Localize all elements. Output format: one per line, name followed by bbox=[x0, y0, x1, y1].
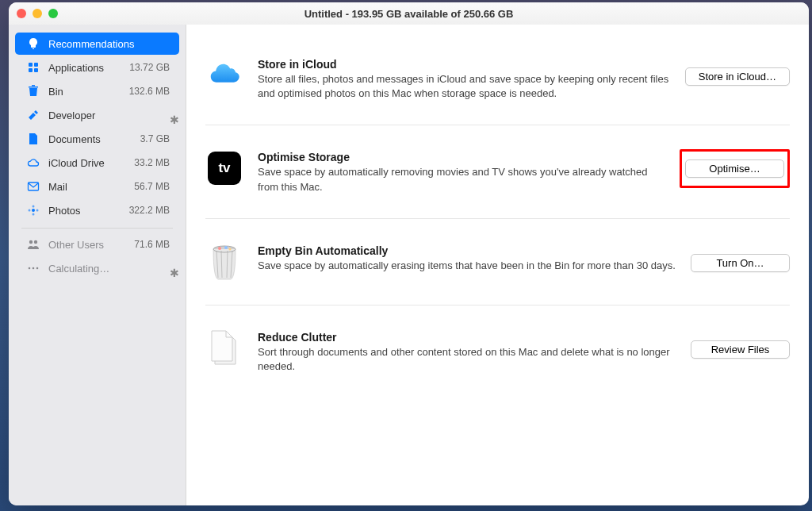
svg-rect-0 bbox=[29, 63, 33, 67]
app-icon bbox=[25, 61, 42, 74]
svg-point-9 bbox=[36, 209, 39, 212]
recommendation-empty-bin: Empty Bin Automatically Save space by au… bbox=[205, 219, 790, 305]
document-icon bbox=[25, 133, 42, 145]
sidebar-item-value: 132.6 MB bbox=[129, 86, 170, 97]
review-files-button[interactable]: Review Files bbox=[691, 340, 790, 359]
minimize-button[interactable] bbox=[33, 9, 42, 18]
recommendation-action: Turn On… bbox=[691, 243, 790, 272]
recommendation-action: Review Files bbox=[691, 329, 790, 359]
sidebar-item-photos[interactable]: Photos 322.2 MB bbox=[15, 199, 179, 221]
recommendation-store-in-icloud: Store in iCloud Store all files, photos … bbox=[205, 33, 790, 125]
sidebar-item-label: iCloud Drive bbox=[48, 157, 134, 169]
bin-full-icon bbox=[205, 243, 243, 281]
sidebar-item-bin[interactable]: Bin 132.6 MB bbox=[15, 80, 179, 102]
recommendation-optimise-storage: tv Optimise Storage Save space by automa… bbox=[205, 125, 790, 218]
svg-rect-1 bbox=[34, 63, 38, 67]
photos-icon bbox=[25, 204, 42, 217]
svg-point-6 bbox=[33, 206, 35, 208]
svg-point-8 bbox=[29, 209, 31, 212]
sidebar-item-value: 56.7 MB bbox=[134, 181, 170, 192]
lightbulb-icon bbox=[25, 37, 42, 50]
documents-icon bbox=[205, 329, 243, 367]
optimise-button[interactable]: Optimise… bbox=[685, 159, 784, 178]
svg-point-11 bbox=[34, 240, 37, 244]
window-title: Untitled - 193.95 GB available of 250.66… bbox=[9, 8, 809, 20]
sidebar-item-label: Recommendations bbox=[48, 38, 170, 50]
svg-point-17 bbox=[218, 247, 221, 250]
sidebar-item-label: Documents bbox=[48, 133, 140, 145]
recommendation-text: Store in iCloud Store all files, photos … bbox=[258, 56, 671, 101]
titlebar: Untitled - 193.95 GB available of 250.66… bbox=[9, 2, 809, 25]
maximize-button[interactable] bbox=[48, 9, 58, 18]
main-content: Store in iCloud Store all files, photos … bbox=[186, 25, 809, 505]
sidebar-item-mail[interactable]: Mail 56.7 MB bbox=[15, 175, 179, 198]
window-body: Recommendations Applications 13.72 GB Bi… bbox=[9, 25, 809, 505]
svg-point-5 bbox=[32, 209, 35, 212]
sidebar-item-recommendations[interactable]: Recommendations bbox=[15, 33, 179, 55]
recommendation-title: Store in iCloud bbox=[258, 58, 671, 71]
traffic-lights bbox=[17, 9, 58, 18]
svg-rect-2 bbox=[29, 68, 33, 72]
recommendation-text: Empty Bin Automatically Save space by au… bbox=[258, 243, 676, 273]
recommendation-text: Optimise Storage Save space by automatic… bbox=[258, 149, 665, 194]
sidebar-item-value: 13.72 GB bbox=[129, 62, 170, 73]
recommendation-desc: Save space by automatically erasing item… bbox=[258, 259, 676, 273]
svg-point-12 bbox=[29, 267, 31, 270]
recommendation-reduce-clutter: Reduce Clutter Sort through documents an… bbox=[205, 305, 790, 398]
sidebar-item-applications[interactable]: Applications 13.72 GB bbox=[15, 56, 179, 79]
sidebar-item-label: Photos bbox=[48, 205, 129, 217]
sidebar-separator bbox=[21, 228, 173, 229]
svg-point-18 bbox=[224, 246, 228, 249]
svg-point-14 bbox=[36, 267, 39, 270]
sidebar-item-icloud-drive[interactable]: iCloud Drive 33.2 MB bbox=[15, 152, 179, 174]
recommendation-desc: Store all files, photos and messages in … bbox=[258, 72, 671, 101]
store-in-icloud-button[interactable]: Store in iCloud… bbox=[685, 67, 790, 86]
storage-management-window: Untitled - 193.95 GB available of 250.66… bbox=[9, 2, 809, 505]
svg-point-10 bbox=[29, 240, 33, 244]
sidebar-item-other-users[interactable]: Other Users 71.6 MB bbox=[15, 233, 179, 256]
recommendation-desc: Save space by automatically removing mov… bbox=[258, 165, 665, 194]
envelope-icon bbox=[25, 180, 42, 193]
sidebar-item-calculating[interactable]: Calculating… bbox=[15, 257, 179, 279]
users-icon bbox=[25, 238, 42, 251]
recommendation-action: Store in iCloud… bbox=[685, 56, 790, 86]
recommendation-title: Optimise Storage bbox=[258, 151, 665, 163]
svg-rect-3 bbox=[34, 68, 38, 72]
turn-on-button[interactable]: Turn On… bbox=[691, 254, 790, 272]
trash-icon bbox=[25, 85, 42, 98]
sidebar: Recommendations Applications 13.72 GB Bi… bbox=[9, 25, 186, 505]
sidebar-item-documents[interactable]: Documents 3.7 GB bbox=[15, 128, 179, 150]
appletv-icon: tv bbox=[205, 149, 243, 187]
icloud-icon bbox=[205, 56, 243, 94]
close-button[interactable] bbox=[17, 9, 26, 18]
recommendation-desc: Sort through documents and other content… bbox=[258, 345, 676, 374]
sidebar-item-label: Developer bbox=[48, 110, 170, 121]
svg-point-19 bbox=[229, 248, 232, 250]
sidebar-item-label: Calculating… bbox=[48, 263, 170, 275]
recommendation-title: Empty Bin Automatically bbox=[258, 244, 676, 257]
hammer-icon bbox=[25, 109, 42, 121]
recommendation-title: Reduce Clutter bbox=[258, 331, 676, 344]
sidebar-item-value: 3.7 GB bbox=[140, 133, 170, 144]
sidebar-item-label: Mail bbox=[48, 181, 134, 193]
sidebar-item-label: Applications bbox=[48, 62, 129, 74]
dots-icon bbox=[25, 262, 42, 275]
svg-point-7 bbox=[33, 213, 35, 216]
recommendation-text: Reduce Clutter Sort through documents an… bbox=[258, 329, 676, 374]
svg-point-13 bbox=[33, 267, 35, 270]
sidebar-item-value: 71.6 MB bbox=[134, 239, 170, 250]
recommendation-action-highlighted: Optimise… bbox=[680, 149, 790, 188]
sidebar-item-label: Bin bbox=[48, 86, 129, 98]
sidebar-item-developer[interactable]: Developer bbox=[15, 104, 179, 126]
cloud-icon bbox=[25, 156, 42, 169]
sidebar-item-label: Other Users bbox=[48, 239, 134, 251]
sidebar-item-value: 33.2 MB bbox=[134, 157, 170, 168]
sidebar-item-value: 322.2 MB bbox=[129, 205, 170, 216]
